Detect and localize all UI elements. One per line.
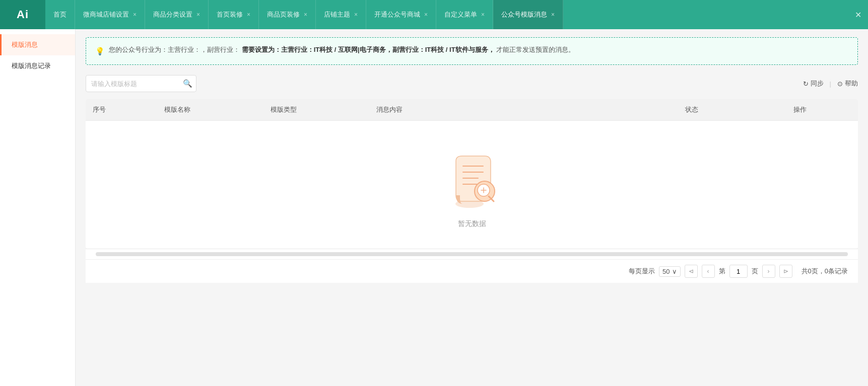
tab-store-theme[interactable]: 店铺主题×: [316, 0, 366, 29]
search-bar: 🔍 ↻ 同步 | ⊙ 帮助: [86, 75, 858, 92]
sync-icon: ↻: [803, 80, 809, 88]
app-logo: Ai: [0, 0, 45, 29]
close-tab-homepage-decor-icon[interactable]: ×: [247, 11, 250, 18]
page-size-value: 50: [662, 268, 670, 275]
pagination: 每页显示 50 ∨ ⊲ ‹ 第 页 › ⊳ 共0页，0条记录: [86, 259, 858, 283]
help-label: 帮助: [845, 79, 858, 88]
close-tab-product-page-decor-icon[interactable]: ×: [304, 11, 307, 18]
toolbar-right: ↻ 同步 | ⊙ 帮助: [803, 79, 858, 88]
sync-label: 同步: [811, 79, 824, 88]
col-content: 消息内容: [369, 99, 678, 121]
sidebar-item-template-msg[interactable]: 模版消息: [0, 34, 75, 55]
sidebar-item-template-msg-record[interactable]: 模版消息记录: [0, 55, 75, 76]
page-size-label: 每页显示: [629, 267, 655, 276]
tab-product-category[interactable]: 商品分类设置×: [145, 0, 209, 29]
tab-template-msg[interactable]: 公众号模版消息×: [493, 0, 563, 29]
close-tab-store-theme-icon[interactable]: ×: [354, 11, 358, 18]
topbar: Ai 首页微商城店铺设置×商品分类设置×首页装修×商品页装修×店铺主题×开通公众…: [0, 0, 868, 29]
page-last-button[interactable]: ⊳: [779, 265, 792, 278]
page-number-input[interactable]: [729, 265, 748, 278]
empty-icon: [442, 151, 502, 211]
help-icon: ⊙: [837, 80, 843, 88]
page-size-chevron: ∨: [672, 268, 677, 275]
table-header: 序号模版名称模版类型消息内容状态操作: [86, 99, 858, 121]
divider: |: [830, 80, 831, 88]
scrollbar-area: [86, 249, 858, 259]
tab-list: 首页微商城店铺设置×商品分类设置×首页装修×商品页装修×店铺主题×开通公众号商城…: [45, 0, 848, 29]
sidebar: 模版消息模版消息记录: [0, 29, 76, 386]
total-text: 共0页，0条记录: [802, 267, 848, 276]
horizontal-scrollbar[interactable]: [96, 252, 848, 256]
close-tab-product-category-icon[interactable]: ×: [196, 11, 200, 18]
page-first-button[interactable]: ⊲: [685, 265, 698, 278]
close-tab-custom-menu-icon[interactable]: ×: [481, 11, 485, 18]
tab-custom-menu[interactable]: 自定义菜单×: [436, 0, 493, 29]
search-button[interactable]: 🔍: [183, 79, 192, 88]
tab-product-page-decor[interactable]: 商品页装修×: [259, 0, 316, 29]
notice-text: 您的公众号行业为：主营行业：，副营行业： 需要设置为：主营行业：IT科技 / 互…: [109, 45, 575, 55]
close-tab-open-mall-icon[interactable]: ×: [424, 11, 428, 18]
data-table: 序号模版名称模版类型消息内容状态操作: [86, 99, 858, 249]
page-size-select[interactable]: 50 ∨: [659, 266, 680, 277]
page-prev-button[interactable]: ‹: [702, 265, 715, 278]
tab-home[interactable]: 首页: [45, 0, 75, 29]
notice-box: 💡 您的公众号行业为：主营行业：，副营行业： 需要设置为：主营行业：IT科技 /…: [86, 37, 858, 65]
empty-text: 暂无数据: [458, 219, 486, 228]
notice-icon: 💡: [95, 45, 105, 57]
content-area: 💡 您的公众号行业为：主营行业：，副营行业： 需要设置为：主营行业：IT科技 /…: [76, 29, 868, 386]
close-tab-shop-settings-icon[interactable]: ×: [133, 11, 137, 18]
col-name: 模版名称: [157, 99, 263, 121]
page-next-button[interactable]: ›: [762, 265, 775, 278]
close-tab-template-msg-icon[interactable]: ×: [551, 11, 555, 18]
page-label-before: 第: [719, 267, 725, 276]
search-input-wrap: 🔍: [86, 75, 196, 92]
main-layout: 模版消息模版消息记录 💡 您的公众号行业为：主营行业：，副营行业： 需要设置为：…: [0, 29, 868, 386]
page-label-after: 页: [752, 267, 758, 276]
tab-open-mall[interactable]: 开通公众号商城×: [366, 0, 436, 29]
col-type: 模版类型: [263, 99, 370, 121]
col-status: 状态: [678, 99, 786, 121]
tab-homepage-decor[interactable]: 首页装修×: [209, 0, 259, 29]
empty-state: 暂无数据: [86, 121, 858, 249]
col-action: 操作: [786, 99, 858, 121]
close-all-button[interactable]: ✕: [848, 0, 868, 29]
help-button[interactable]: ⊙ 帮助: [837, 79, 858, 88]
tab-shop-settings[interactable]: 微商城店铺设置×: [75, 0, 145, 29]
notice-highlight: 需要设置为：主营行业：IT科技 / 互联网|电子商务，副营行业：IT科技 / I…: [242, 46, 495, 53]
search-input[interactable]: [86, 75, 196, 92]
col-index: 序号: [86, 99, 157, 121]
sync-button[interactable]: ↻ 同步: [803, 79, 824, 88]
